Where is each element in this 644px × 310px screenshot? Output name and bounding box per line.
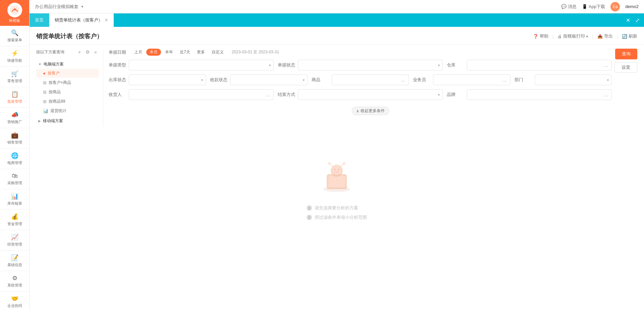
sidebar-item-marketing[interactable]: 📣 营销推广 — [0, 108, 29, 128]
scheme-header: 按以下方案查询 + ⚙ « — [36, 49, 99, 57]
app-download-btn[interactable]: 📱 App下载 — [582, 4, 605, 10]
date-tab-more[interactable]: 更多 — [194, 49, 208, 56]
tab-controls: ✕ ⤢ — [621, 13, 644, 27]
date-tab-this-year[interactable]: 本年 — [162, 49, 176, 56]
sidebar-item-wholesale-mgmt[interactable]: 📋 批发管理 — [0, 87, 29, 108]
export-btn[interactable]: 📤 导出 — [597, 33, 613, 39]
filter-row-3: 出库状态 ▾ 收款状态 ▾ — [109, 74, 612, 85]
sidebar-item-ops-mgmt[interactable]: 📈 经营管理 — [0, 230, 29, 251]
user-avatar[interactable]: Ea — [610, 2, 620, 11]
scheme-group-mobile: ▶ 移动端方案 — [36, 117, 99, 125]
sales-mgmt-icon: 💼 — [11, 132, 18, 139]
payment-status-arrow: ▾ — [303, 78, 305, 82]
settings-btn[interactable]: 设置 — [614, 62, 637, 73]
sidebar-item-ecommerce-mgmt[interactable]: 🌐 电商管理 — [0, 149, 29, 169]
header-dropdown-icon[interactable]: ▾ — [81, 4, 84, 9]
department-arrow: ▾ — [607, 78, 609, 82]
tab-sales-stats[interactable]: 销货单统计表（按客户） ✕ — [49, 13, 114, 27]
sidebar-label-marketing: 营销推广 — [7, 119, 22, 124]
sidebar-item-sys-mgmt[interactable]: ⚙ 系统管理 — [0, 271, 29, 292]
out-status-input[interactable]: ▾ — [129, 74, 206, 85]
home-tab-label: 首页 — [35, 17, 44, 23]
date-tab-last-month[interactable]: 上月 — [131, 49, 145, 56]
date-tab-custom[interactable]: 自定义 — [209, 49, 226, 56]
sidebar-item-search-menu[interactable]: 🔍 搜索菜单 — [0, 26, 29, 46]
sidebar-item-sales-mgmt[interactable]: 💼 销售管理 — [0, 128, 29, 149]
return-stats-label: 退货统计 — [50, 108, 66, 114]
help-btn[interactable]: ❓ 帮助 — [533, 33, 548, 39]
warehouse-input[interactable]: … — [467, 60, 612, 70]
product-label: 商品 — [312, 77, 332, 83]
sidebar-item-enterprise-collab[interactable]: 🤝 企业协同 — [0, 292, 29, 310]
sidebar-label-basic-info: 基础信息 — [7, 262, 22, 267]
payment-method-input[interactable]: ▾ — [298, 89, 443, 100]
step-2-num: 2 — [307, 215, 312, 220]
scheme-collapse-btn[interactable]: « — [92, 49, 99, 55]
date-label: 单据日期 — [109, 49, 129, 55]
sidebar-label-retail-mgmt: 零售管理 — [7, 79, 22, 84]
tab-home[interactable]: 首页 — [30, 13, 49, 27]
scheme-group-desktop-header[interactable]: ▼ 电脑端方案 — [36, 60, 99, 68]
step-1-num: 1 — [307, 205, 312, 211]
tab-expand-btn[interactable]: ⤢ — [633, 16, 641, 24]
brand-input[interactable]: … — [467, 89, 612, 100]
page-content: 销货单统计表（按客户） ❓ 帮助 | 🖨 按模板打印 ▾ | 📤 导出 | — [30, 27, 644, 310]
svg-point-11 — [328, 162, 331, 165]
order-status-input[interactable]: ▾ — [298, 60, 443, 70]
return-stats-icon: 📊 — [43, 108, 48, 113]
sidebar-item-purchase-mgmt[interactable]: 🛍 采购管理 — [0, 169, 29, 189]
scheme-item-return-stats[interactable]: 📊 退货统计 — [36, 106, 99, 115]
scheme-add-btn[interactable]: + — [76, 49, 83, 55]
product-field: 商品 … — [312, 74, 409, 85]
by-product-99-icon: ⊞ — [43, 99, 47, 104]
by-customer-product-label: 按客户+商品 — [49, 80, 71, 86]
date-row: 单据日期 上月 本月 本年 近7天 更多 自定义 2023-03-01 至 20… — [109, 49, 612, 56]
tab-close-all-btn[interactable]: ✕ — [624, 16, 632, 24]
sidebar-item-retail-mgmt[interactable]: 🛒 零售管理 — [0, 67, 29, 87]
department-input[interactable]: ▾ — [535, 74, 612, 85]
scheme-item-by-product[interactable]: ⊞ 按商品 — [36, 88, 99, 97]
out-status-arrow: ▾ — [201, 78, 203, 82]
date-tab-this-month[interactable]: 本月 — [146, 49, 161, 56]
user-name[interactable]: demo2 — [625, 4, 639, 9]
refresh-btn[interactable]: 🔄 刷新 — [622, 33, 637, 39]
product-input[interactable]: … — [332, 74, 409, 85]
recipient-input[interactable]: … — [129, 89, 274, 100]
collapse-more-btn[interactable]: ∧ 收起更多条件 — [352, 107, 389, 115]
scheme-group-mobile-header[interactable]: ▶ 移动端方案 — [36, 117, 99, 125]
ops-mgmt-icon: 📈 — [11, 234, 18, 241]
salesperson-field: 业务员 … — [413, 74, 510, 85]
message-btn[interactable]: 💬 消息 — [561, 4, 577, 10]
scheme-item-by-customer-product[interactable]: ⊞ 按客户+商品 — [36, 78, 99, 87]
scheme-item-by-product-99[interactable]: ⊞ 按商品99 — [36, 97, 99, 106]
wholesale-mgmt-icon: 📋 — [11, 91, 18, 98]
tab-bar: 首页 销货单统计表（按客户） ✕ ✕ ⤢ — [30, 13, 644, 27]
salesperson-input[interactable]: … — [433, 74, 510, 85]
collapse-btn-label: 收起更多条件 — [361, 108, 385, 114]
sidebar-item-finance-mgmt[interactable]: 💰 资金管理 — [0, 210, 29, 230]
scheme-settings-btn[interactable]: ⚙ — [84, 49, 91, 55]
warehouse-dots: … — [603, 62, 609, 68]
date-tab-7days[interactable]: 近7天 — [177, 49, 193, 56]
sidebar-item-inventory-check[interactable]: 📊 库存核算 — [0, 189, 29, 210]
scheme-item-by-customer[interactable]: ● 按客户 — [36, 69, 99, 78]
payment-method-label: 结算方式 — [278, 92, 298, 98]
scheme-header-actions: + ⚙ « — [76, 49, 99, 55]
scheme-panel: 按以下方案查询 + ⚙ « ▼ — [36, 49, 103, 126]
svg-line-10 — [340, 164, 343, 167]
query-btn[interactable]: 查询 — [615, 49, 637, 59]
enterprise-collab-icon: 🤝 — [11, 295, 18, 302]
payment-status-input[interactable]: ▾ — [230, 74, 307, 85]
message-icon: 💬 — [561, 4, 567, 9]
sidebar-item-basic-info[interactable]: 📝 基础信息 — [0, 251, 29, 271]
order-type-input[interactable]: ▾ — [129, 60, 274, 70]
brand-label: 品牌 — [447, 92, 467, 98]
empty-illustration — [317, 157, 357, 198]
by-product-99-label: 按商品99 — [49, 99, 65, 104]
sidebar-item-quick-nav[interactable]: ⚡ 快捷导航 — [0, 46, 29, 67]
download-icon: 📱 — [582, 4, 587, 9]
print-btn[interactable]: 🖨 按模板打印 ▾ — [557, 33, 588, 39]
tab-close-btn[interactable]: ✕ — [105, 18, 108, 22]
order-type-label: 单据类型 — [109, 62, 129, 68]
app-logo[interactable]: 标橙版 — [0, 0, 29, 26]
